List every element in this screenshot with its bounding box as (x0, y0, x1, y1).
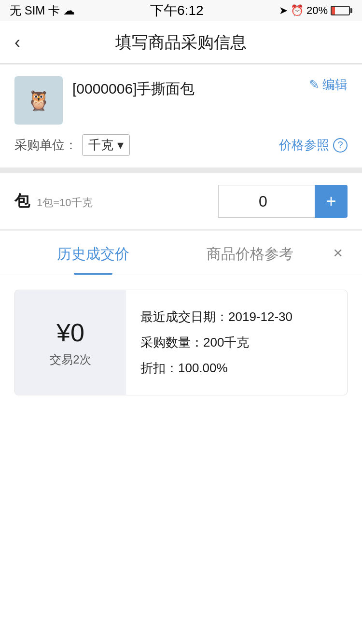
quantity-section: 包 1包=10千克 + (0, 173, 362, 230)
product-name: [0000006]手撕面包 (72, 76, 195, 99)
history-detail-right: 最近成交日期：2019-12-30 采购数量：200千克 折扣：100.00% (126, 290, 347, 395)
edit-button[interactable]: ✎ 编辑 (309, 76, 348, 93)
quantity-plus-button[interactable]: + (315, 185, 348, 218)
discount-label: 折扣： (140, 361, 178, 375)
nav-bar: ‹ 填写商品采购信息 (0, 21, 362, 64)
edit-icon: ✎ (309, 77, 320, 92)
tab-content: ¥0 交易2次 最近成交日期：2019-12-30 采购数量：200千克 折扣：… (0, 275, 362, 410)
quantity-label: 包 1包=10千克 (14, 191, 93, 212)
battery-percent: 20% (306, 4, 328, 17)
product-thumbnail: 🦉 (14, 76, 63, 125)
unit-dropdown[interactable]: 千克 ▾ (82, 134, 130, 156)
price-ref-label: 价格参照 (279, 137, 329, 154)
page-title: 填写商品采购信息 (115, 31, 247, 54)
unit-label: 采购单位： (14, 137, 77, 154)
edit-label: 编辑 (322, 76, 348, 93)
price-value: 0 (70, 319, 84, 347)
price-yen-symbol: ¥ (56, 319, 70, 347)
product-title: 手撕面包 (137, 81, 195, 97)
tabs-section: 历史成交价 商品价格参考 × ¥0 交易2次 最近成交日期：2019-12-30… (0, 231, 362, 410)
quantity-value: 200千克 (203, 335, 249, 350)
history-price-card: ¥0 交易2次 最近成交日期：2019-12-30 采购数量：200千克 折扣：… (14, 290, 348, 395)
battery-tip (350, 8, 352, 13)
product-section: 🦉 [0000006]手撕面包 ✎ 编辑 采购单位： 千克 ▾ 价格参照 ? (0, 65, 362, 168)
tab-product-price-ref[interactable]: 商品价格参考 (171, 231, 328, 275)
history-price-left: ¥0 交易2次 (15, 290, 126, 395)
product-id: [0000006] (72, 81, 137, 97)
product-header: 🦉 [0000006]手撕面包 ✎ 编辑 (14, 76, 348, 125)
product-logo-icon: 🦉 (27, 89, 51, 112)
status-right: ➤ ⏰ 20% (279, 4, 352, 17)
status-time: 下午6:12 (150, 1, 204, 20)
back-button[interactable]: ‹ (14, 32, 20, 53)
product-left: 🦉 [0000006]手撕面包 (14, 76, 195, 125)
battery-fill (332, 7, 335, 14)
quantity-input-wrap: + (218, 185, 348, 218)
price-ref-button[interactable]: 价格参照 ? (279, 137, 348, 154)
history-price-amount: ¥0 (56, 318, 84, 347)
status-bar: 无 SIM 卡 ☁ 下午6:12 ➤ ⏰ 20% (0, 0, 362, 21)
recent-date-row: 最近成交日期：2019-12-30 (140, 308, 333, 326)
unit-selector-wrap: 采购单位： 千克 ▾ (14, 134, 130, 156)
sim-signal-text: 无 SIM 卡 ☁ (10, 3, 75, 18)
section-divider (0, 168, 362, 173)
date-value: 2019-12-30 (228, 309, 292, 324)
alarm-icon: ⏰ (291, 4, 304, 17)
discount-row: 折扣：100.00% (140, 359, 333, 378)
status-left: 无 SIM 卡 ☁ (10, 3, 75, 18)
quantity-unit-name: 包 (14, 191, 30, 212)
quantity-row: 采购数量：200千克 (140, 333, 333, 352)
battery-body (331, 6, 350, 15)
page-rest (0, 410, 362, 644)
quantity-hint: 1包=10千克 (37, 196, 93, 210)
unit-value: 千克 (88, 137, 113, 154)
location-icon: ➤ (279, 4, 288, 17)
tab-history-price[interactable]: 历史成交价 (14, 231, 171, 275)
battery-icon (331, 6, 352, 15)
tab-close-button[interactable]: × (328, 238, 348, 267)
dropdown-arrow-icon: ▾ (117, 138, 124, 153)
quantity-label: 采购数量： (140, 335, 203, 350)
discount-value: 100.00% (178, 361, 228, 375)
quantity-input[interactable] (218, 185, 315, 218)
plus-icon: + (326, 191, 336, 211)
tabs-header: 历史成交价 商品价格参考 × (0, 231, 362, 275)
price-ref-help-icon: ? (333, 138, 348, 153)
trade-count: 交易2次 (50, 352, 91, 367)
product-unit-row: 采购单位： 千克 ▾ 价格参照 ? (14, 134, 348, 156)
date-label: 最近成交日期： (140, 309, 228, 324)
